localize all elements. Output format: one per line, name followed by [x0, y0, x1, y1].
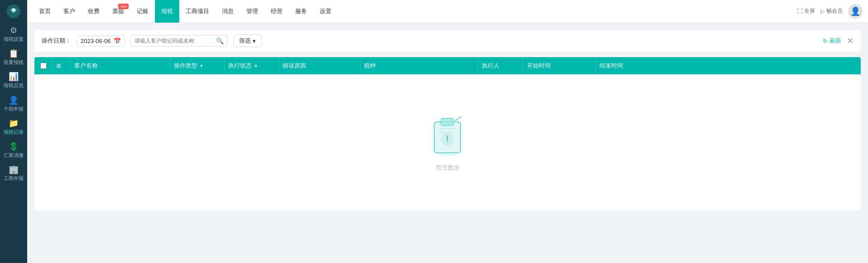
- th-label-error-reason: 错误原因: [283, 62, 306, 70]
- toolbar: 操作日期： 2023-06-06 📅 🔍 筛选 ▾ ↻: [34, 30, 861, 52]
- nav-item-homepage[interactable]: 首页: [33, 0, 57, 23]
- nav-label-shezhi: 设置: [320, 7, 331, 15]
- search-wrap: 🔍: [130, 35, 228, 47]
- date-picker[interactable]: 2023-06-06 📅: [77, 35, 125, 47]
- th-tax-type: 税种: [360, 57, 478, 74]
- table-body: ! 暂无数据: [34, 74, 861, 210]
- nav-label-fuwu: 服务: [295, 7, 307, 15]
- date-label: 操作日期：: [42, 37, 71, 45]
- nav-item-fuwu[interactable]: 服务: [289, 0, 313, 23]
- nav-item-shezhi[interactable]: 设置: [313, 0, 338, 23]
- nav-label-guanli: 管理: [246, 7, 258, 15]
- sidebar-label-baoshui-shezhi: 报税设置: [4, 36, 24, 42]
- nav-item-shoufei[interactable]: 收费: [82, 0, 106, 23]
- fullscreen-button[interactable]: ⛶ 全屏: [797, 7, 815, 15]
- nav-label-customer: 客户: [63, 7, 75, 15]
- sidebar-item-geshui-shenbao[interactable]: 👤 个税申报: [0, 93, 27, 116]
- sidebar-item-baoshui-zonlan[interactable]: 📊 报税总览: [0, 69, 27, 92]
- nav-label-homepage: 首页: [39, 7, 51, 15]
- sidebar-item-baoshui-jilu[interactable]: 📁 报税记录: [0, 116, 27, 139]
- refresh-button[interactable]: ↻ 刷新: [823, 37, 841, 45]
- table-wrap: ⚙客户名称操作类型▼执行状态▼错误原因税种执行人开始时间结束时间: [34, 57, 861, 210]
- nav-label-shoufei: 收费: [88, 7, 100, 15]
- sidebar-item-baoshui-shezhi[interactable]: ⚙ 报税设置: [0, 23, 27, 46]
- content-area: 操作日期： 2023-06-06 📅 🔍 筛选 ▾ ↻: [27, 23, 868, 263]
- calendar-icon: 📅: [114, 38, 121, 44]
- th-end-time: 结束时间: [596, 57, 668, 74]
- page-content: 操作日期： 2023-06-06 📅 🔍 筛选 ▾ ↻: [27, 23, 868, 263]
- search-button[interactable]: 🔍: [212, 35, 227, 46]
- refresh-icon: ↻: [823, 38, 828, 44]
- sidebar-label-huisuan-jiaona: 汇算清缴: [4, 152, 24, 158]
- th-label-operation-type: 操作类型: [174, 62, 197, 70]
- sidebar-icon-huisuan-jiaona: 💲: [9, 142, 19, 151]
- sidebar-item-gongshang-nianbao[interactable]: 🏢 工商年报: [0, 162, 27, 185]
- sidebar-icon-baoshui-jilu: 📁: [9, 119, 19, 127]
- member-label: 畅会员: [826, 7, 843, 15]
- nav-item-xiaoxi[interactable]: 消息: [216, 0, 240, 23]
- nav-label-jizhang: 记账: [137, 7, 149, 15]
- th-error-reason: 错误原因: [279, 57, 360, 74]
- sidebar-item-huisuan-jiaona[interactable]: 💲 汇算清缴: [0, 139, 27, 162]
- fullscreen-label: 全屏: [804, 7, 815, 15]
- th-label-tax-type: 税种: [364, 62, 376, 70]
- th-operation-type: 操作类型▼: [170, 57, 225, 74]
- th-label-end-time: 结束时间: [599, 62, 623, 70]
- svg-text:!: !: [446, 134, 449, 144]
- th-executor: 执行人: [478, 57, 523, 74]
- nav-item-jingying[interactable]: 经营: [264, 0, 289, 23]
- sidebar-logo: [0, 0, 27, 23]
- nav-item-guanli[interactable]: 管理: [240, 0, 264, 23]
- th-start-time: 开始时间: [523, 57, 596, 74]
- topnav-right: ⛶ 全屏 ▷ 畅会员 👤: [797, 4, 863, 19]
- nav-item-gongshang-xiangmu[interactable]: 工商项目: [179, 0, 216, 23]
- table-header: ⚙客户名称操作类型▼执行状态▼错误原因税种执行人开始时间结束时间: [34, 57, 861, 74]
- select-all-checkbox[interactable]: [40, 63, 47, 69]
- topnav: 首页客户收费票据new记账报税工商项目消息管理经营服务设置 ⛶ 全屏 ▷ 畅会员…: [27, 0, 868, 23]
- filter-label: 筛选: [239, 37, 251, 45]
- sidebar-icon-baoshui-zonlan: 📊: [9, 73, 19, 81]
- empty-illustration: !: [427, 113, 468, 158]
- sidebar-label-gongshang-nianbao: 工商年报: [4, 175, 24, 181]
- chevron-down-icon: ▾: [253, 38, 256, 44]
- th-label-exec-status: 执行状态: [228, 62, 252, 70]
- main-wrap: 首页客户收费票据new记账报税工商项目消息管理经营服务设置 ⛶ 全屏 ▷ 畅会员…: [27, 0, 868, 263]
- nav-item-baoshui[interactable]: 报税: [155, 0, 179, 23]
- sidebar-label-piliang-baoshui: 批量报税: [4, 59, 24, 65]
- filter-button[interactable]: 筛选 ▾: [233, 34, 262, 47]
- svg-rect-4: [441, 118, 454, 126]
- toolbar-right: ↻ 刷新 ✕: [823, 37, 854, 45]
- sort-icon-exec-status[interactable]: ▼: [254, 63, 258, 68]
- settings-icon[interactable]: ⚙: [56, 63, 62, 69]
- th-exec-status: 执行状态▼: [225, 57, 279, 74]
- user-icon: 👤: [850, 6, 860, 16]
- topnav-items: 首页客户收费票据new记账报税工商项目消息管理经营服务设置: [33, 0, 797, 23]
- user-avatar[interactable]: 👤: [848, 4, 863, 19]
- nav-item-customer[interactable]: 客户: [57, 0, 82, 23]
- date-value: 2023-06-06: [81, 38, 111, 44]
- nav-item-piaoju[interactable]: 票据new: [106, 0, 130, 23]
- member-button[interactable]: ▷ 畅会员: [820, 7, 843, 15]
- th-checkbox[interactable]: [34, 57, 53, 74]
- sort-icon-operation-type[interactable]: ▼: [199, 63, 204, 68]
- sidebar-icon-gongshang-nianbao: 🏢: [9, 166, 19, 174]
- sidebar-label-geshui-shenbao: 个税申报: [4, 106, 24, 112]
- th-customer-name: 客户名称: [71, 57, 170, 74]
- sidebar-label-baoshui-jilu: 报税记录: [4, 129, 24, 135]
- sidebar-label-baoshui-zonlan: 报税总览: [4, 83, 24, 88]
- th-label-customer-name: 客户名称: [74, 62, 98, 70]
- nav-item-jizhang[interactable]: 记账: [130, 0, 155, 23]
- th-label-executor: 执行人: [482, 62, 499, 70]
- sidebar-icon-piliang-baoshui: 📋: [9, 49, 19, 58]
- nav-badge-piaoju: new: [118, 4, 129, 10]
- th-settings: ⚙: [53, 57, 71, 74]
- close-button[interactable]: ✕: [847, 37, 854, 45]
- search-icon: 🔍: [216, 37, 224, 44]
- empty-text: 暂无数据: [436, 164, 460, 172]
- sidebar-item-piliang-baoshui[interactable]: 📋 批量报税: [0, 46, 27, 69]
- search-input[interactable]: [131, 36, 212, 46]
- nav-label-xiaoxi: 消息: [222, 7, 234, 15]
- nav-label-gongshang-xiangmu: 工商项目: [186, 7, 209, 15]
- close-icon: ✕: [847, 36, 854, 45]
- sidebar-icon-baoshui-shezhi: ⚙: [10, 26, 17, 34]
